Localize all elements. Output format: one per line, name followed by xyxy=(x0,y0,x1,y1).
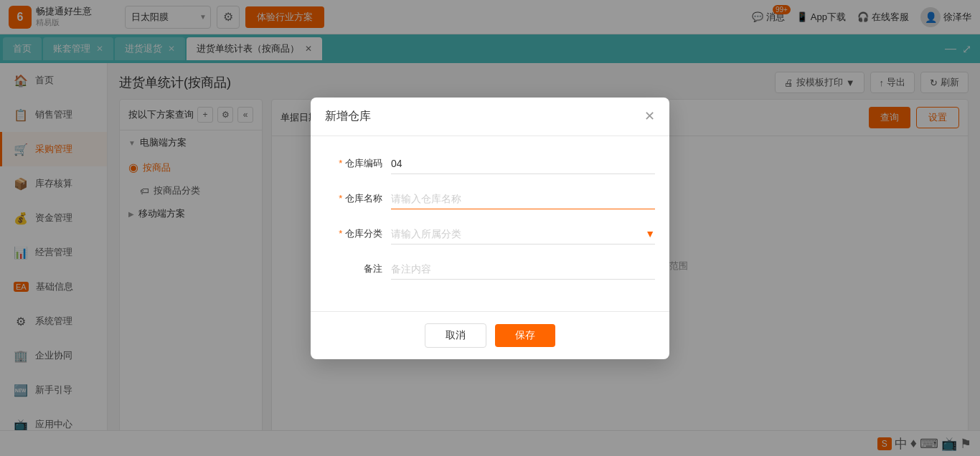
save-button[interactable]: 保存 xyxy=(495,324,555,347)
warehouse-code-input[interactable] xyxy=(391,153,655,174)
warehouse-name-input[interactable] xyxy=(391,189,655,209)
warehouse-category-row: 仓库分类 请输入所属分类 ▼ xyxy=(325,224,655,244)
warehouse-code-label: 仓库编码 xyxy=(325,157,382,170)
modal-body: 仓库编码 仓库名称 仓库分类 请输入所属分类 ▼ 备注 xyxy=(311,136,669,311)
category-dropdown-icon: ▼ xyxy=(645,228,655,239)
warehouse-name-label: 仓库名称 xyxy=(325,192,382,205)
cancel-button[interactable]: 取消 xyxy=(425,323,486,348)
modal-footer: 取消 保存 xyxy=(311,311,669,359)
warehouse-code-row: 仓库编码 xyxy=(325,153,655,174)
modal-title: 新增仓库 xyxy=(325,109,371,124)
new-warehouse-modal: 新增仓库 ✕ 仓库编码 仓库名称 仓库分类 请输入所属分类 ▼ xyxy=(311,98,669,359)
warehouse-category-select-wrap[interactable]: 请输入所属分类 ▼ xyxy=(391,224,655,244)
warehouse-name-row: 仓库名称 xyxy=(325,189,655,209)
warehouse-category-select[interactable]: 请输入所属分类 xyxy=(391,224,645,244)
modal-overlay: 新增仓库 ✕ 仓库编码 仓库名称 仓库分类 请输入所属分类 ▼ xyxy=(0,0,980,456)
warehouse-remark-input[interactable] xyxy=(391,259,655,280)
warehouse-category-label: 仓库分类 xyxy=(325,227,382,240)
warehouse-remark-row: 备注 xyxy=(325,259,655,280)
warehouse-remark-label: 备注 xyxy=(325,262,382,275)
modal-close-button[interactable]: ✕ xyxy=(644,110,655,123)
modal-header: 新增仓库 ✕ xyxy=(311,98,669,136)
